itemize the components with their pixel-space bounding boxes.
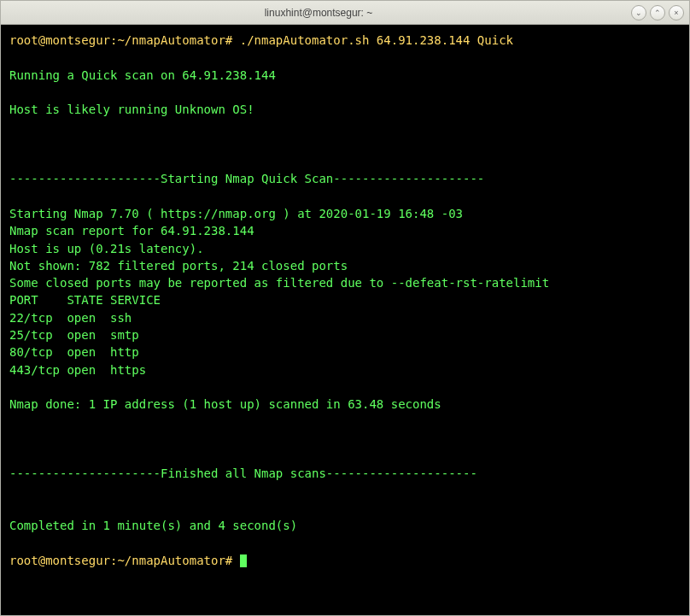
some-closed-line: Some closed ports may be reported as fil… xyxy=(9,276,549,290)
host-up-line: Host is up (0.21s latency). xyxy=(9,242,204,255)
blank-line xyxy=(9,432,16,446)
blank-line xyxy=(9,85,16,99)
close-button[interactable]: × xyxy=(669,5,684,21)
port-80: 80/tcp open http xyxy=(9,345,139,359)
host-os-line: Host is likely running Unknown OS! xyxy=(9,103,254,116)
port-22: 22/tcp open ssh xyxy=(9,311,132,325)
blank-line xyxy=(9,190,16,203)
blank-line xyxy=(9,138,16,151)
cursor-icon xyxy=(240,554,247,567)
running-line: Running a Quick scan on 64.91.238.144 xyxy=(9,68,276,82)
window-title: linuxhint@montsegur: ~ xyxy=(6,7,631,19)
maximize-button[interactable]: ⌃ xyxy=(650,5,665,21)
port-443: 443/tcp open https xyxy=(9,363,146,377)
prompt-line-1: root@montsegur:~/nmapAutomator# xyxy=(9,33,240,47)
blank-line xyxy=(9,380,16,394)
command-input: ./nmapAutomator.sh 64.91.238.144 Quick xyxy=(240,33,513,47)
terminal-window: linuxhint@montsegur: ~ ⌄ ⌃ × root@montse… xyxy=(0,0,690,616)
titlebar-buttons: ⌄ ⌃ × xyxy=(631,5,684,21)
titlebar[interactable]: linuxhint@montsegur: ~ ⌄ ⌃ × xyxy=(1,1,689,25)
blank-line xyxy=(9,449,16,463)
nmap-done-line: Nmap done: 1 IP address (1 host up) scan… xyxy=(9,397,441,411)
blank-line xyxy=(9,502,16,515)
nmap-report-line: Nmap scan report for 64.91.238.144 xyxy=(9,224,254,238)
port-25: 25/tcp open smtp xyxy=(9,328,139,342)
divider-start: ---------------------Starting Nmap Quick… xyxy=(9,172,484,185)
prompt-line-2: root@montsegur:~/nmapAutomator# xyxy=(9,554,240,567)
completed-line: Completed in 1 minute(s) and 4 second(s) xyxy=(9,519,297,532)
divider-end: ---------------------Finished all Nmap s… xyxy=(9,466,477,480)
blank-line xyxy=(9,415,16,429)
blank-line xyxy=(9,537,16,550)
not-shown-line: Not shown: 782 filtered ports, 214 close… xyxy=(9,259,348,273)
blank-line xyxy=(9,120,16,133)
blank-line xyxy=(9,484,16,498)
blank-line xyxy=(9,155,16,168)
port-header: PORT STATE SERVICE xyxy=(9,293,161,307)
nmap-start-line: Starting Nmap 7.70 ( https://nmap.org ) … xyxy=(9,207,463,220)
terminal-body[interactable]: root@montsegur:~/nmapAutomator# ./nmapAu… xyxy=(1,25,689,615)
minimize-button[interactable]: ⌄ xyxy=(631,5,646,21)
blank-line xyxy=(9,50,16,64)
